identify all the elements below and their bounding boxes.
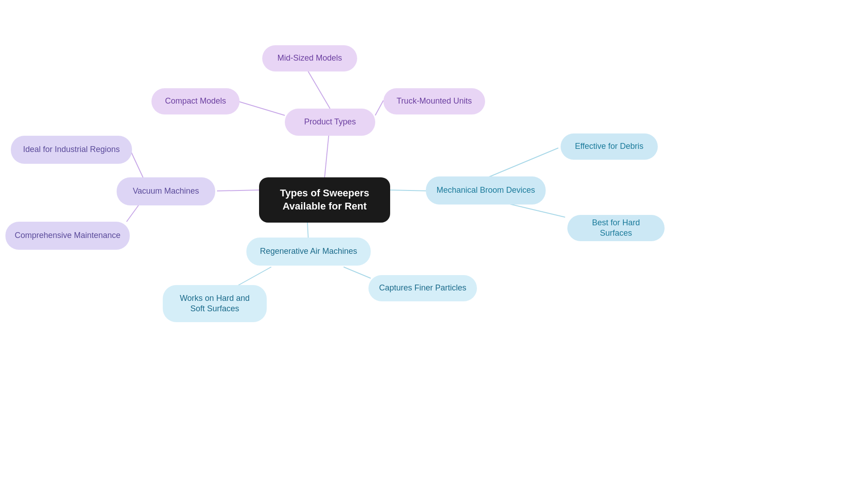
compact-models-node: Compact Models xyxy=(151,88,240,114)
svg-line-4 xyxy=(217,190,259,191)
captures-finer-node: Captures Finer Particles xyxy=(368,275,477,301)
mid-sized-node: Mid-Sized Models xyxy=(262,45,357,71)
mechanical-broom-node: Mechanical Broom Devices xyxy=(426,176,546,205)
vacuum-machines-node: Vacuum Machines xyxy=(117,177,215,205)
works-hard-soft-node: Works on Hard and Soft Surfaces xyxy=(163,285,267,322)
truck-mounted-node: Truck-Mounted Units xyxy=(383,88,485,114)
svg-line-12 xyxy=(344,267,371,278)
comprehensive-node: Comprehensive Maintenance xyxy=(5,222,130,250)
regenerative-node: Regenerative Air Machines xyxy=(246,238,371,266)
industrial-node: Ideal for Industrial Regions xyxy=(11,136,132,164)
effective-debris-node: Effective for Debris xyxy=(561,133,658,160)
product-types-node: Product Types xyxy=(285,109,375,136)
svg-line-7 xyxy=(390,190,429,191)
svg-line-2 xyxy=(235,100,285,115)
hard-surfaces-node: Best for Hard Surfaces xyxy=(567,215,665,241)
center-node: Types of Sweepers Available for Rent xyxy=(259,177,390,223)
svg-line-3 xyxy=(375,100,383,115)
connections-svg xyxy=(0,0,868,490)
svg-line-1 xyxy=(307,70,330,109)
